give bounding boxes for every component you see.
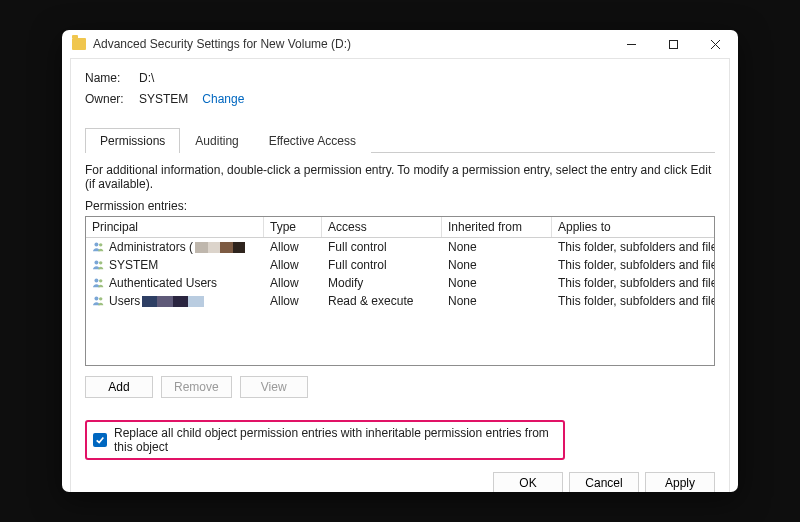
name-row: Name: D:\ (85, 71, 715, 85)
window: Advanced Security Settings for New Volum… (62, 30, 738, 492)
tabs: Permissions Auditing Effective Access (85, 127, 715, 153)
cell-principal: SYSTEM (86, 258, 264, 272)
replace-child-highlight: Replace all child object permission entr… (85, 420, 565, 460)
cell-applies: This folder, subfolders and files (552, 240, 714, 254)
users-icon (92, 277, 106, 289)
maximize-button[interactable] (652, 30, 694, 58)
table-row[interactable]: UsersAllowRead & executeNoneThis folder,… (86, 292, 714, 310)
row-actions: Add Remove View (85, 376, 715, 398)
owner-value: SYSTEM (139, 92, 188, 106)
users-icon (92, 259, 106, 271)
change-owner-link[interactable]: Change (202, 92, 244, 106)
tab-effective-access[interactable]: Effective Access (254, 128, 371, 153)
cell-applies: This folder, subfolders and files (552, 276, 714, 290)
svg-rect-1 (669, 40, 677, 48)
cell-principal: Users (86, 294, 264, 308)
cell-access: Modify (322, 276, 442, 290)
table-row[interactable]: SYSTEMAllowFull controlNoneThis folder, … (86, 256, 714, 274)
cell-principal: Administrators ( (86, 240, 264, 254)
cell-access: Full control (322, 240, 442, 254)
remove-button[interactable]: Remove (161, 376, 232, 398)
col-principal[interactable]: Principal (86, 217, 264, 237)
cancel-button[interactable]: Cancel (569, 472, 639, 492)
cell-type: Allow (264, 276, 322, 290)
name-label: Name: (85, 71, 139, 85)
tab-auditing[interactable]: Auditing (180, 128, 253, 153)
cell-inherited: None (442, 294, 552, 308)
folder-icon (72, 38, 86, 50)
svg-point-11 (99, 297, 102, 300)
table-row[interactable]: Administrators (AllowFull controlNoneThi… (86, 238, 714, 256)
redacted-text (195, 242, 258, 253)
cell-access: Read & execute (322, 294, 442, 308)
apply-button[interactable]: Apply (645, 472, 715, 492)
titlebar: Advanced Security Settings for New Volum… (62, 30, 738, 58)
cell-applies: This folder, subfolders and files (552, 294, 714, 308)
entries-label: Permission entries: (85, 199, 715, 213)
table-body: Administrators (AllowFull controlNoneThi… (86, 238, 714, 310)
col-applies[interactable]: Applies to (552, 217, 714, 237)
cell-type: Allow (264, 240, 322, 254)
col-type[interactable]: Type (264, 217, 322, 237)
svg-point-10 (94, 296, 98, 300)
dialog-footer: OK Cancel Apply (85, 460, 715, 492)
svg-point-7 (99, 261, 102, 264)
cell-access: Full control (322, 258, 442, 272)
add-button[interactable]: Add (85, 376, 153, 398)
redacted-text (142, 296, 212, 307)
users-icon (92, 241, 106, 253)
col-inherited[interactable]: Inherited from (442, 217, 552, 237)
close-button[interactable] (694, 30, 736, 58)
cell-type: Allow (264, 258, 322, 272)
users-icon (92, 295, 106, 307)
dialog-body: Name: D:\ Owner: SYSTEM Change Permissio… (70, 58, 730, 492)
svg-point-5 (99, 243, 102, 246)
replace-child-checkbox[interactable] (93, 433, 107, 447)
cell-inherited: None (442, 240, 552, 254)
svg-point-8 (94, 278, 98, 282)
cell-inherited: None (442, 276, 552, 290)
replace-child-label: Replace all child object permission entr… (114, 426, 557, 454)
svg-point-4 (94, 242, 98, 246)
owner-label: Owner: (85, 92, 139, 106)
svg-point-6 (94, 260, 98, 264)
name-value: D:\ (139, 71, 154, 85)
owner-row: Owner: SYSTEM Change (85, 92, 715, 106)
svg-point-9 (99, 279, 102, 282)
permissions-table: Principal Type Access Inherited from App… (85, 216, 715, 366)
table-row[interactable]: Authenticated UsersAllowModifyNoneThis f… (86, 274, 714, 292)
view-button[interactable]: View (240, 376, 308, 398)
tab-permissions[interactable]: Permissions (85, 128, 180, 153)
window-title: Advanced Security Settings for New Volum… (93, 37, 610, 51)
col-access[interactable]: Access (322, 217, 442, 237)
minimize-button[interactable] (610, 30, 652, 58)
cell-principal: Authenticated Users (86, 276, 264, 290)
ok-button[interactable]: OK (493, 472, 563, 492)
cell-type: Allow (264, 294, 322, 308)
table-header: Principal Type Access Inherited from App… (86, 217, 714, 238)
cell-applies: This folder, subfolders and files (552, 258, 714, 272)
window-controls (610, 30, 736, 58)
info-text: For additional information, double-click… (85, 163, 715, 191)
cell-inherited: None (442, 258, 552, 272)
